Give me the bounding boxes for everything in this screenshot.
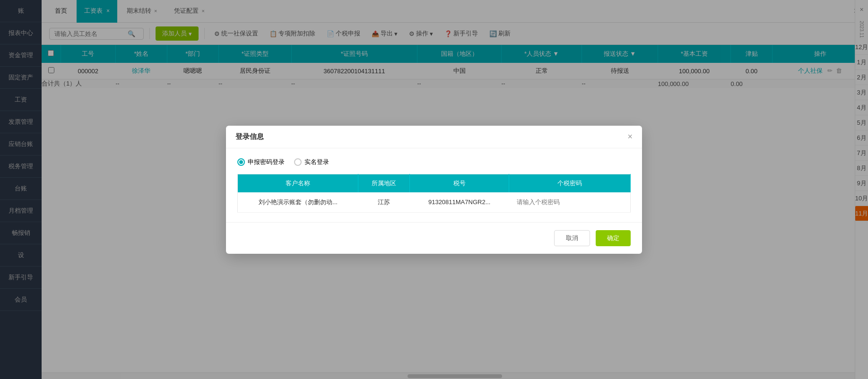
client-name-cell: 刘小艳演示账套（勿删勿动... — [238, 192, 358, 213]
modal-overlay: 登录信息 × 申报密码登录 实名登录 — [0, 0, 868, 379]
cancel-button[interactable]: 取消 — [554, 230, 590, 246]
radio-realname-dot — [294, 158, 302, 166]
client-region-cell: 江苏 — [358, 192, 410, 213]
radio-realname-login[interactable]: 实名登录 — [294, 158, 329, 166]
dialog-header: 登录信息 × — [226, 126, 642, 148]
dialog-footer: 取消 确定 — [226, 222, 642, 254]
client-tax-no-cell: 91320811MA7NGR2... — [410, 192, 509, 213]
client-table-header: 客户名称 所属地区 税号 个税密码 — [238, 174, 631, 192]
radio-password-login[interactable]: 申报密码登录 — [237, 158, 285, 166]
col-region: 所属地区 — [358, 174, 410, 192]
client-table-row: 刘小艳演示账套（勿删勿动... 江苏 91320811MA7NGR2... — [238, 192, 631, 213]
col-tax-no: 税号 — [410, 174, 509, 192]
client-table: 客户名称 所属地区 税号 个税密码 — [237, 174, 631, 213]
col-client-name: 客户名称 — [238, 174, 358, 192]
login-type-radio-group: 申报密码登录 实名登录 — [237, 158, 631, 166]
col-tax-password: 个税密码 — [509, 174, 631, 192]
dialog-body: 申报密码登录 实名登录 客户名称 所属地区 — [226, 148, 642, 222]
client-tax-password-cell — [509, 192, 631, 213]
radio-password-dot — [237, 158, 245, 166]
login-dialog: 登录信息 × 申报密码登录 实名登录 — [226, 126, 642, 254]
tax-password-input[interactable] — [517, 198, 623, 206]
confirm-button[interactable]: 确定 — [596, 230, 631, 246]
dialog-close-button[interactable]: × — [627, 132, 633, 141]
dialog-title: 登录信息 — [235, 132, 264, 141]
